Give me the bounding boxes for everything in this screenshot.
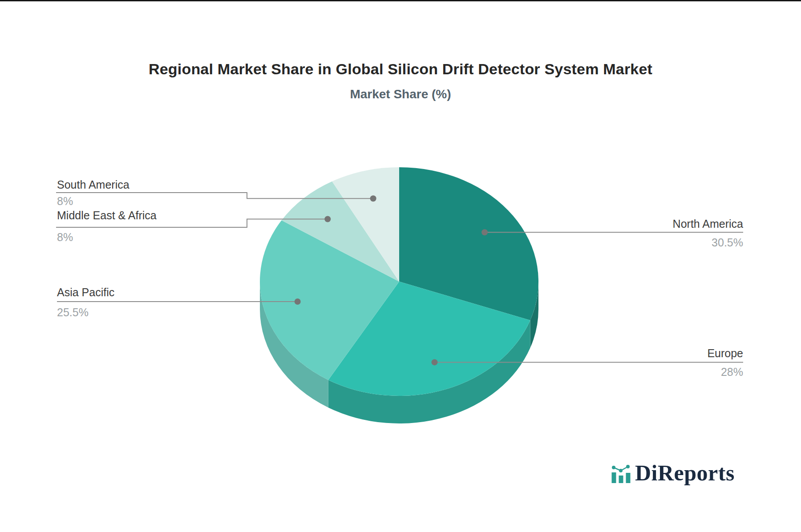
callout-label-north-america: North America bbox=[673, 218, 743, 230]
callout-dot bbox=[481, 229, 488, 235]
direports-logo: DiReports bbox=[611, 462, 735, 484]
logo-bar bbox=[619, 476, 623, 483]
callout-dot bbox=[432, 359, 438, 365]
logo-bar bbox=[612, 472, 616, 483]
logo-bar bbox=[626, 473, 631, 483]
callout-dot bbox=[324, 216, 331, 222]
callout-label-middle-east-africa: Middle East & Africa bbox=[57, 209, 157, 222]
callout-label-south-america: South America bbox=[57, 178, 129, 191]
logo-dot bbox=[626, 465, 630, 468]
callout-value-south-america: 8% bbox=[57, 195, 73, 208]
callout-dot bbox=[295, 298, 301, 305]
callout-value-north-america: 30.5% bbox=[712, 236, 743, 249]
callout-value-middle-east-africa: 8% bbox=[57, 231, 73, 244]
callout-label-europe: Europe bbox=[707, 347, 743, 360]
callout-value-europe: 28% bbox=[721, 366, 743, 379]
callout-label-asia-pacific: Asia Pacific bbox=[57, 286, 114, 299]
direports-logo-text: DiReports bbox=[635, 462, 735, 484]
pie-chart-svg bbox=[0, 0, 801, 532]
direports-logo-icon bbox=[611, 464, 631, 483]
callout-dot bbox=[370, 195, 376, 202]
logo-dot bbox=[612, 466, 615, 469]
logo-dot bbox=[619, 469, 623, 472]
callout-value-asia-pacific: 25.5% bbox=[57, 306, 89, 319]
